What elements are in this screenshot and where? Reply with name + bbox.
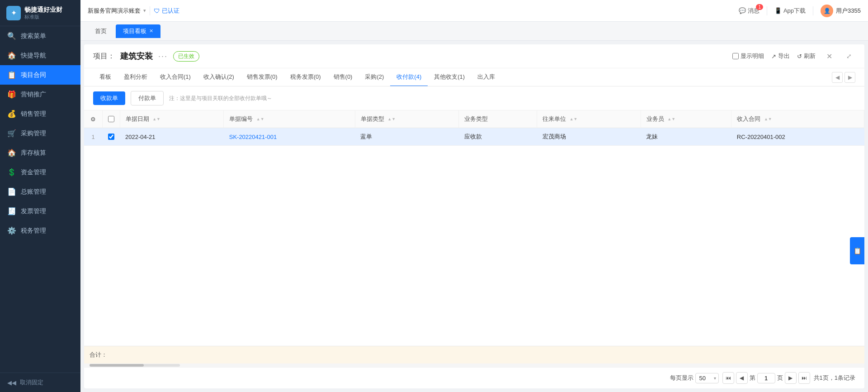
sub-tab-income-contract[interactable]: 收入合同(1) [154, 68, 197, 86]
tab-project-board[interactable]: 项目看板 ✕ [116, 24, 160, 38]
prev-page-btn[interactable]: ◀ [736, 372, 748, 384]
show-detail-btn[interactable]: 显示明细 [732, 52, 764, 60]
invoice-icon: 🧾 [7, 207, 16, 215]
expand-btn[interactable]: ⤢ [843, 50, 855, 62]
sidebar-item-label: 销售管理 [21, 110, 46, 118]
tax-icon: ⚙️ [7, 226, 16, 235]
td-type: 蓝单 [355, 128, 459, 146]
divider3 [813, 6, 813, 15]
th-partner[interactable]: 往来单位 ▲▼ [537, 110, 641, 128]
th-date[interactable]: 单据日期 ▲▼ [120, 110, 224, 128]
sub-tab-income-contract-label: 收入合同(1) [160, 73, 191, 80]
more-options-icon[interactable]: ··· [158, 52, 168, 61]
th-settings[interactable]: ⚙ [84, 110, 102, 128]
sub-tabs-prev[interactable]: ◀ [832, 72, 843, 83]
sidebar-item-fund-mgmt[interactable]: 💲 资金管理 [0, 163, 80, 182]
sidebar-item-inventory[interactable]: 🏠 库存核算 [0, 143, 80, 163]
dollar-icon: 💰 [7, 110, 16, 118]
sidebar-item-ledger-mgmt[interactable]: 📄 总账管理 [0, 182, 80, 201]
sub-tab-sales[interactable]: 销售(0) [327, 68, 359, 86]
main-area: 新服务官网演示账套 ▾ 🛡 已认证 💬 消息 1 📱 App下载 👤 [80, 0, 868, 392]
th-income-contract[interactable]: 收入合同 ▲▼ [731, 110, 864, 128]
page-number-input[interactable] [757, 373, 775, 383]
sub-tab-purchase-label: 采购(2) [365, 73, 384, 80]
data-table: ⚙ 单据日期 ▲▼ 单据编号 ▲▼ [84, 110, 864, 146]
refresh-btn[interactable]: ↺ 刷新 [797, 52, 816, 60]
message-btn[interactable]: 💬 消息 1 [739, 7, 760, 15]
account-selector[interactable]: 新服务官网演示账套 ▾ [88, 7, 146, 15]
sort-arrows-salesman: ▲▼ [667, 117, 675, 121]
sub-tab-kanban[interactable]: 看板 [93, 68, 118, 86]
certified-badge: 🛡 已认证 [154, 7, 179, 15]
row-checkbox[interactable] [108, 134, 114, 140]
sidebar-item-invoice-mgmt[interactable]: 🧾 发票管理 [0, 201, 80, 221]
contract-icon: 📋 [7, 71, 16, 79]
tab-close-icon[interactable]: ✕ [149, 28, 153, 34]
ledger-icon: 📄 [7, 187, 16, 196]
sidebar-item-sales-mgmt[interactable]: 💰 销售管理 [0, 104, 80, 124]
sub-tab-receipt[interactable]: 收付款(4) [390, 68, 428, 86]
td-partner: 宏茂商场 [537, 128, 641, 146]
th-salesman[interactable]: 业务员 ▲▼ [641, 110, 731, 128]
page-size-selector: 每页显示 50 100 200 [670, 373, 719, 383]
sort-arrows-date: ▲▼ [152, 117, 160, 121]
last-page-btn[interactable]: ⏭ [798, 372, 810, 384]
th-number[interactable]: 单据编号 ▲▼ [224, 110, 355, 128]
topbar: 新服务官网演示账套 ▾ 🛡 已认证 💬 消息 1 📱 App下载 👤 [80, 0, 868, 22]
close-btn[interactable]: ✕ [823, 50, 835, 62]
td-checkbox [102, 128, 120, 146]
sidebar-item-tax-mgmt[interactable]: ⚙️ 税务管理 [0, 221, 80, 240]
user-menu[interactable]: 👤 用户3355 [821, 5, 861, 17]
export-btn[interactable]: ↗ 导出 [771, 52, 790, 60]
app-download-label: App下载 [783, 7, 806, 15]
show-detail-checkbox[interactable] [732, 53, 739, 59]
payment-bill-btn[interactable]: 付款单 [131, 91, 164, 105]
page-size-select-wrap[interactable]: 50 100 200 [695, 373, 719, 383]
first-page-btn[interactable]: ⏮ [722, 372, 734, 384]
sub-tab-profit-analysis[interactable]: 盈利分析 [118, 68, 154, 86]
select-all-checkbox[interactable] [108, 116, 114, 122]
sub-tab-warehouse[interactable]: 出入库 [471, 68, 501, 86]
sidebar-item-label: 快捷导航 [21, 52, 46, 60]
unpin-footer[interactable]: ◀◀ 取消固定 [0, 373, 80, 392]
sub-tab-other-income[interactable]: 其他收支(1) [428, 68, 471, 86]
th-type[interactable]: 单据类型 ▲▼ [355, 110, 459, 128]
floating-right-btn[interactable]: 📋 [850, 237, 864, 264]
refresh-icon: ↺ [797, 53, 802, 60]
home-icon: 🏠 [7, 51, 16, 60]
sub-tab-purchase[interactable]: 采购(2) [359, 68, 390, 86]
sidebar-item-search[interactable]: 🔍 搜索菜单 [0, 26, 80, 46]
scrollbar-thumb[interactable] [90, 364, 144, 367]
receipt-bill-btn[interactable]: 收款单 [93, 91, 125, 105]
sidebar: ✦ 畅捷通好业财 标准版 🔍 搜索菜单 🏠 快捷导航 📋 项目合同 🎁 营销推广… [0, 0, 80, 392]
page-size-select[interactable]: 50 100 200 [695, 373, 719, 383]
sidebar-nav: 🔍 搜索菜单 🏠 快捷导航 📋 项目合同 🎁 营销推广 💰 销售管理 🛒 采购管… [0, 26, 80, 373]
sort-arrows-number: ▲▼ [256, 117, 264, 121]
sidebar-item-purchase-mgmt[interactable]: 🛒 采购管理 [0, 124, 80, 143]
app-name-block: 畅捷通好业财 标准版 [24, 5, 62, 20]
tab-home-label: 首页 [95, 27, 107, 35]
content-area: 项目： 建筑安装 ··· 已生效 显示明细 ↗ 导出 ↺ 刷新 ✕ ⤢ [84, 44, 864, 388]
next-page-btn[interactable]: ▶ [785, 372, 797, 384]
sub-tab-tax-invoice-label: 税务发票(0) [290, 73, 321, 80]
app-download-btn[interactable]: 📱 App下载 [774, 7, 806, 15]
project-label: 项目： [93, 52, 115, 61]
td-salesman: 龙妹 [641, 128, 731, 146]
settings-icon: ⚙ [90, 116, 96, 123]
table-wrap: ⚙ 单据日期 ▲▼ 单据编号 ▲▼ [84, 110, 864, 346]
tab-home[interactable]: 首页 [88, 24, 114, 38]
td-biz-type: 应收款 [459, 128, 537, 146]
sub-tab-sales-invoice[interactable]: 销售发票(0) [241, 68, 284, 86]
search-icon: 🔍 [7, 32, 16, 40]
sidebar-item-quick-nav[interactable]: 🏠 快捷导航 [0, 46, 80, 65]
document-number-link[interactable]: SK-20220421-001 [229, 134, 277, 140]
sub-tab-tax-invoice[interactable]: 税务发票(0) [284, 68, 327, 86]
sidebar-item-marketing[interactable]: 🎁 营销推广 [0, 85, 80, 104]
horizontal-scrollbar[interactable] [84, 363, 864, 367]
avatar: 👤 [821, 5, 833, 17]
fund-icon: 💲 [7, 168, 16, 177]
table-row[interactable]: 1 2022-04-21 SK-20220421-001 [84, 128, 864, 146]
sidebar-item-project-contract[interactable]: 📋 项目合同 [0, 65, 80, 85]
sub-tabs-next[interactable]: ▶ [844, 72, 855, 83]
sub-tab-income-confirm[interactable]: 收入确认(2) [197, 68, 241, 86]
